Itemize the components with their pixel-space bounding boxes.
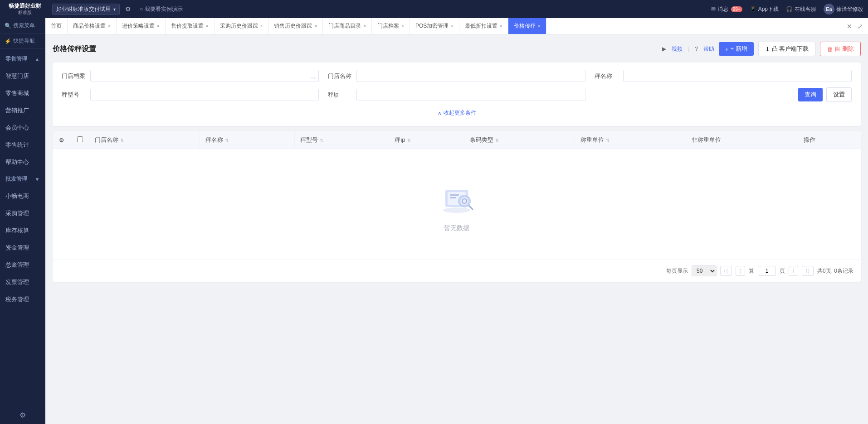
scale-name-input[interactable]: [623, 70, 852, 82]
tab-purchase-history[interactable]: 采购历史价跟踪 ×: [215, 18, 269, 34]
close-icon[interactable]: ×: [108, 24, 111, 29]
last-page-button[interactable]: ⟩⟩: [802, 266, 814, 276]
sort-store-name[interactable]: 门店名称 ⇅: [95, 136, 194, 144]
page-size-select[interactable]: 10 20 50 100: [692, 265, 717, 276]
store-name-input[interactable]: [356, 70, 585, 82]
store-archive-dots-button[interactable]: ...: [308, 72, 317, 79]
filter-item-scale-ip: 秤ip: [328, 89, 585, 101]
sidebar-quick-nav-label: 快捷导航: [13, 37, 35, 45]
filter-item-store-archive: 门店档案 ...: [62, 70, 319, 82]
sidebar-item-smart-store[interactable]: 智慧门店: [0, 67, 45, 85]
quick-nav-icon: ⚡: [5, 38, 11, 44]
message-button[interactable]: ✉ 消息 99+: [711, 5, 742, 13]
sidebar-item-retail-mgmt[interactable]: 零售管理 ▲: [0, 51, 45, 67]
help-label[interactable]: 帮助: [703, 45, 714, 53]
sort-icon: ⇅: [225, 138, 229, 143]
sidebar-item-member[interactable]: 会员中心: [0, 119, 45, 136]
maximize-tab-button[interactable]: ⤢: [855, 21, 866, 32]
tab-label: 门店商品目录: [328, 22, 361, 30]
tab-purchase-strategy[interactable]: 进价策略设置 ×: [117, 18, 166, 34]
select-all-checkbox[interactable]: [77, 136, 83, 142]
tab-home[interactable]: 首页: [45, 18, 68, 34]
sort-scale-model[interactable]: 秤型号 ⇅: [300, 136, 384, 144]
close-icon[interactable]: ×: [260, 24, 263, 29]
video-label[interactable]: 视频: [672, 45, 683, 53]
sort-icon: ⇅: [407, 138, 411, 143]
sidebar-item-inventory[interactable]: 库存核算: [0, 222, 45, 239]
tab-sale-price-extract[interactable]: 售价提取设置 ×: [166, 18, 215, 34]
download-client-button[interactable]: ⬇ 凸 客户端下载: [758, 42, 816, 56]
online-service-label: 在线客服: [795, 5, 816, 13]
sidebar-item-invoice[interactable]: 发票管理: [0, 274, 45, 291]
sort-scale-ip[interactable]: 秤ip ⇅: [395, 136, 458, 144]
prev-page-button[interactable]: ⟨: [736, 266, 745, 276]
th-action: 操作: [798, 131, 861, 149]
avatar-initials: Ea: [826, 6, 832, 12]
th-barcode-type: 条码类型 ⇅: [464, 131, 575, 149]
sidebar-item-help[interactable]: 帮助中心: [0, 154, 45, 171]
online-service-button[interactable]: 🎧 在线客服: [786, 5, 816, 13]
sidebar-item-tax[interactable]: 税务管理: [0, 291, 45, 308]
tab-label: 销售历史价跟踪: [274, 22, 312, 30]
add-icon: +: [725, 46, 729, 53]
tab-sales-history[interactable]: 销售历史价跟踪 ×: [268, 18, 323, 34]
user-name: 徐泽华修改: [836, 5, 863, 13]
tab-min-discount[interactable]: 最低折扣设置 ×: [459, 18, 508, 34]
scale-model-input[interactable]: [90, 89, 319, 101]
page-number-input[interactable]: [758, 266, 776, 276]
tab-store-archive[interactable]: 门店档案 ×: [372, 18, 410, 34]
close-icon[interactable]: ×: [401, 24, 404, 29]
user-area[interactable]: Ea 徐泽华修改: [824, 4, 863, 14]
sidebar-item-marketing[interactable]: 营销推广: [0, 102, 45, 119]
main-content: 价格传秤设置 ▶ 视频 | ? 帮助 + + 新增 ⬇ 凸 客户端下载 🗑 自 …: [45, 34, 868, 424]
close-icon[interactable]: ×: [314, 24, 317, 29]
sidebar-item-finance[interactable]: 资金管理: [0, 239, 45, 256]
delete-button[interactable]: 🗑 自 删除: [820, 42, 861, 56]
sort-icon: ⇅: [320, 138, 323, 143]
store-archive-input[interactable]: [90, 70, 319, 82]
sidebar-item-ecommerce[interactable]: 小畅电商: [0, 188, 45, 205]
sidebar-item-wholesale-mgmt[interactable]: 批发管理 ▼: [0, 171, 45, 188]
demo-link[interactable]: ○ 我要看实例演示: [140, 5, 183, 13]
sort-barcode-type[interactable]: 条码类型 ⇅: [470, 136, 569, 144]
first-page-button[interactable]: ⟨⟨: [720, 266, 732, 276]
top-bar-right: ✉ 消息 99+ 📱 App下载 🎧 在线客服 Ea 徐泽华修改: [711, 4, 863, 14]
data-table-card: ⚙ 门店名称 ⇅ 秤名称: [53, 131, 861, 282]
sidebar-search[interactable]: 🔍 搜索菜单: [0, 18, 45, 34]
sidebar-item-retail-stats[interactable]: 零售统计: [0, 136, 45, 154]
settings-gear-icon[interactable]: ⚙: [20, 411, 26, 419]
collapse-button[interactable]: ∧ 收起更多条件: [62, 107, 852, 119]
tab-price-scale[interactable]: 价格传秤 ×: [508, 18, 546, 34]
th-settings[interactable]: ⚙: [53, 131, 71, 149]
th-scale-name: 秤名称 ⇅: [200, 131, 294, 149]
app-download-button[interactable]: 📱 App下载: [750, 5, 779, 13]
tab-pos-encrypt[interactable]: POS加密管理 ×: [410, 18, 459, 34]
close-tab-button[interactable]: ✕: [844, 21, 855, 32]
close-icon[interactable]: ×: [206, 24, 209, 29]
sidebar-item-retail-mall[interactable]: 零售商城: [0, 85, 45, 102]
tab-store-catalog[interactable]: 门店商品目录 ×: [323, 18, 372, 34]
query-button[interactable]: 查询: [798, 88, 823, 101]
sidebar-quick-nav[interactable]: ⚡ 快捷导航: [0, 34, 45, 49]
version-settings-button[interactable]: ⚙: [123, 4, 133, 14]
close-icon[interactable]: ×: [500, 24, 502, 29]
sidebar-item-label: 资金管理: [5, 244, 29, 252]
svg-rect-8: [450, 197, 456, 198]
close-icon[interactable]: ×: [157, 24, 160, 29]
help-icon: ?: [695, 46, 698, 52]
set-button[interactable]: 设置: [826, 87, 852, 102]
tab-product-pricing[interactable]: 商品价格设置 ×: [68, 18, 117, 34]
sidebar-item-label: 会员中心: [5, 124, 29, 132]
version-selector[interactable]: 好业财标准版交付试用 ▾: [52, 4, 120, 15]
add-button[interactable]: + + 新增: [719, 42, 754, 56]
close-icon[interactable]: ×: [363, 24, 366, 29]
scale-ip-input[interactable]: [356, 89, 585, 101]
close-icon[interactable]: ×: [451, 24, 454, 29]
message-icon: ✉: [711, 6, 716, 12]
sort-scale-name[interactable]: 秤名称 ⇅: [205, 136, 289, 144]
next-page-button[interactable]: ⟩: [789, 266, 798, 276]
sidebar-item-purchase[interactable]: 采购管理: [0, 205, 45, 222]
sidebar-item-general-ledger[interactable]: 总账管理: [0, 256, 45, 274]
close-icon[interactable]: ×: [538, 24, 541, 29]
sort-weight-unit[interactable]: 称重单位 ⇅: [580, 136, 680, 144]
